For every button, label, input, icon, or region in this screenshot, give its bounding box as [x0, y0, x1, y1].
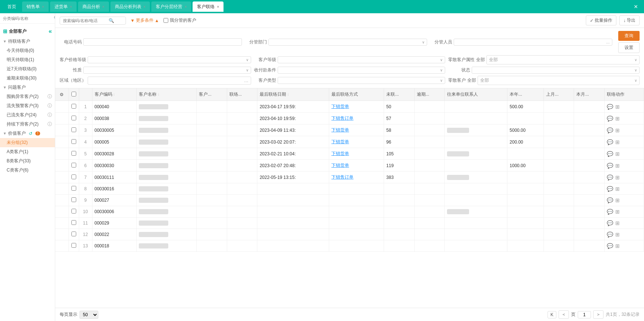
td-last-contact-method[interactable]: 下销货单 — [329, 160, 384, 172]
export-button[interactable]: ↓ 导出 — [619, 15, 640, 25]
sidebar-search-input[interactable] — [3, 16, 54, 21]
chat-icon[interactable]: 💬 — [607, 209, 613, 215]
row-checkbox[interactable] — [71, 151, 76, 156]
tab-product-analysis-close[interactable]: × — [102, 5, 105, 9]
filter-region-dots[interactable]: … — [244, 78, 249, 83]
filter-customer-type-select[interactable]: ∨ — [278, 77, 446, 84]
td-last-contact-method[interactable] — [329, 229, 384, 240]
row-checkbox[interactable] — [71, 127, 76, 132]
td-checkbox[interactable] — [68, 160, 79, 172]
grid-action-icon[interactable]: ⊞ — [615, 243, 620, 249]
filter-person-select[interactable]: … — [454, 39, 612, 46]
my-customers-checkbox[interactable] — [163, 18, 168, 23]
nav-home[interactable]: 首页 — [3, 1, 21, 12]
filter-retail-select[interactable]: 全部 ∨ — [478, 76, 640, 85]
td-last-contact-method[interactable]: 下销售订单 — [329, 113, 384, 124]
chat-icon[interactable]: 💬 — [607, 163, 613, 169]
filter-search-input[interactable] — [63, 18, 107, 23]
next-page-button[interactable]: ＞ — [593, 310, 603, 319]
chat-icon[interactable]: 💬 — [607, 151, 613, 157]
th-code[interactable]: 客户编码 — [92, 88, 137, 101]
sidebar-item-today[interactable]: 今天待联络(0) — [0, 46, 55, 55]
td-checkbox[interactable] — [68, 172, 79, 183]
tab-sales-close[interactable]: × — [42, 5, 44, 9]
td-checkbox[interactable] — [68, 124, 79, 136]
filter-nature-select[interactable]: ∨ — [83, 67, 251, 74]
td-checkbox[interactable] — [68, 183, 79, 195]
tab-customer-contact[interactable]: 客户联络 × — [193, 1, 224, 12]
grid-action-icon[interactable]: ⊞ — [615, 139, 620, 145]
td-checkbox[interactable] — [68, 218, 79, 229]
tab-customer-ops-close[interactable]: × — [184, 5, 187, 9]
td-checkbox[interactable] — [68, 195, 79, 206]
prev-page-button[interactable]: ＜ — [559, 310, 569, 319]
sidebar-group-pending[interactable]: ▼ 待联络客户 — [0, 37, 55, 46]
td-last-contact-method[interactable] — [329, 195, 384, 206]
row-checkbox[interactable] — [71, 197, 76, 202]
chat-icon[interactable]: 💬 — [607, 186, 613, 192]
filter-phone-input[interactable] — [83, 38, 242, 46]
tab-purchase-close[interactable]: × — [70, 5, 72, 9]
td-checkbox[interactable] — [68, 101, 79, 113]
filter-more-btn[interactable]: ▼ 更多条件 ▲ — [130, 17, 159, 24]
window-close-button[interactable]: ✕ — [631, 4, 641, 10]
grid-action-icon[interactable]: ⊞ — [615, 174, 620, 180]
row-checkbox[interactable] — [71, 163, 76, 167]
row-checkbox[interactable] — [71, 243, 76, 248]
filter-payment-select[interactable]: ∨ — [278, 67, 446, 74]
row-checkbox[interactable] — [71, 104, 76, 109]
chat-icon[interactable]: 💬 — [607, 104, 613, 110]
td-checkbox[interactable] — [68, 240, 79, 252]
row-checkbox[interactable] — [71, 220, 76, 225]
sidebar-item-declining[interactable]: 持续下滑客户(2) ⓘ — [0, 120, 55, 129]
chat-icon[interactable]: 💬 — [607, 232, 613, 237]
chat-icon[interactable]: 💬 — [607, 243, 613, 249]
filter-customer-level-select[interactable]: ∨ — [278, 56, 446, 63]
reset-button[interactable]: 设置 — [618, 42, 640, 53]
grid-action-icon[interactable]: ⊞ — [615, 127, 620, 133]
th-checkbox[interactable] — [68, 88, 79, 101]
tab-customer-ops[interactable]: 客户分层经营 × — [151, 1, 191, 12]
th-name[interactable]: 客户名称 — [137, 88, 197, 101]
chat-icon[interactable]: 💬 — [607, 127, 613, 133]
td-last-contact-method[interactable]: 下销货单 — [329, 148, 384, 160]
refresh-icon[interactable]: ↺ — [29, 131, 32, 136]
td-last-contact-method[interactable] — [329, 183, 384, 195]
td-last-contact-method[interactable] — [329, 240, 384, 252]
sidebar-group-problem[interactable]: ▼ 问题客户 — [0, 83, 55, 92]
td-checkbox[interactable] — [68, 206, 79, 218]
filter-region-select[interactable]: … — [88, 77, 251, 85]
td-checkbox[interactable] — [68, 229, 79, 240]
filter-retail-attr-select[interactable]: 全部 ∨ — [486, 55, 640, 64]
td-last-contact-method[interactable]: 下销售订单 — [329, 172, 384, 183]
sidebar-item-overdue[interactable]: 逾期未联络(30) — [0, 74, 55, 83]
grid-action-icon[interactable]: ⊞ — [615, 197, 620, 203]
grid-action-icon[interactable]: ⊞ — [615, 220, 620, 226]
select-all-checkbox[interactable] — [71, 92, 76, 96]
tab-purchase[interactable]: 进货单 × — [50, 1, 77, 12]
chat-icon[interactable]: 💬 — [607, 197, 613, 203]
td-last-contact-method[interactable]: 下销货单 — [329, 101, 384, 113]
row-checkbox[interactable] — [71, 116, 76, 120]
td-checkbox[interactable] — [68, 136, 79, 148]
sidebar-item-churned[interactable]: 已流失客户(24) ⓘ — [0, 110, 55, 120]
chat-icon[interactable]: 💬 — [607, 116, 613, 121]
grid-action-icon[interactable]: ⊞ — [615, 232, 620, 237]
td-last-contact-method[interactable]: 下销货单 — [329, 124, 384, 136]
query-button[interactable]: 查询 — [618, 31, 640, 41]
grid-action-icon[interactable]: ⊞ — [615, 186, 620, 192]
sidebar-item-tomorrow[interactable]: 明天待联络(1) — [0, 55, 55, 64]
chat-icon[interactable]: 💬 — [607, 220, 613, 226]
grid-action-icon[interactable]: ⊞ — [615, 151, 620, 157]
sidebar-item-churn-warning[interactable]: 流失预警客户(3) ⓘ — [0, 101, 55, 110]
sidebar-item-7days[interactable]: 近7天待联络(0) — [0, 64, 55, 74]
th-last-contact-date[interactable]: 最后联络日期 — [257, 88, 329, 101]
batch-operation-button[interactable]: ✓ 批量操作 — [586, 15, 616, 25]
tab-product-list-close[interactable]: × — [144, 5, 146, 9]
sidebar-item-a-class[interactable]: A类客户(1) — [0, 147, 55, 156]
td-checkbox[interactable] — [68, 148, 79, 160]
row-checkbox[interactable] — [71, 174, 76, 179]
filter-dept-select[interactable]: ∨ — [268, 39, 427, 46]
first-page-button[interactable]: K — [548, 311, 556, 318]
row-checkbox[interactable] — [71, 186, 76, 191]
